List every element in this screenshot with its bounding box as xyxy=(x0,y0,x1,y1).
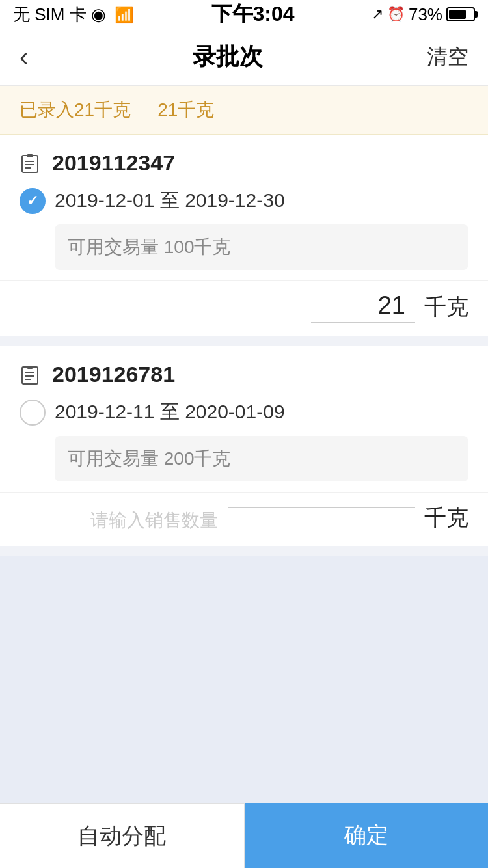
batch-1-available: 可用交易量 100千克 xyxy=(55,224,468,270)
batch-2-radio[interactable] xyxy=(20,400,46,426)
page-content: 2019112347 ✓ 2019-12-01 至 2019-12-30 可用交… xyxy=(0,135,488,868)
svg-rect-6 xyxy=(27,366,33,369)
svg-rect-1 xyxy=(27,154,33,157)
summary-value: 21千克 xyxy=(157,98,214,122)
batch-2-header: 2019126781 xyxy=(0,346,488,394)
batch-2-input-container[interactable] xyxy=(20,504,415,532)
wifi-icon: 📶 xyxy=(115,6,134,23)
batch-1-qty-input[interactable] xyxy=(311,292,415,319)
batch-1-id: 2019112347 xyxy=(52,150,175,176)
batch-2-date-row[interactable]: 2019-12-11 至 2020-01-09 xyxy=(0,394,488,431)
alarm-icon: ⏰ xyxy=(387,6,405,23)
battery-icon xyxy=(446,7,475,21)
summary-divider xyxy=(144,100,144,120)
batch-2-date: 2019-12-11 至 2020-01-09 xyxy=(55,399,285,426)
batch-2-available: 可用交易量 200千克 xyxy=(55,436,468,481)
batch-1-radio[interactable]: ✓ xyxy=(20,188,46,214)
batch-2-qty-row: 千克 xyxy=(0,492,488,546)
card-separator-2 xyxy=(0,546,488,556)
battery-fill xyxy=(449,10,466,19)
confirm-button[interactable]: 确定 xyxy=(245,803,489,868)
batch-2-id: 2019126781 xyxy=(52,362,175,387)
card-separator-1 xyxy=(0,336,488,346)
batch-2-unit: 千克 xyxy=(424,503,468,533)
batch-1-date: 2019-12-01 至 2019-12-30 xyxy=(55,187,285,214)
clear-button[interactable]: 清空 xyxy=(427,43,468,72)
status-right: ↗ ⏰ 73% xyxy=(372,5,475,25)
auto-distribute-button[interactable]: 自动分配 xyxy=(0,803,245,868)
status-time: 下午3:04 xyxy=(211,0,295,29)
batch-2-icon xyxy=(20,363,43,387)
back-button[interactable]: ‹ xyxy=(20,42,28,72)
batch-1-qty-row: 千克 xyxy=(0,280,488,336)
summary-bar: 已录入21千克 21千克 xyxy=(0,86,488,135)
batch-2-qty-input[interactable] xyxy=(20,504,228,532)
batch-card-2: 2019126781 2019-12-11 至 2020-01-09 可用交易量… xyxy=(0,346,488,546)
batch-card-1: 2019112347 ✓ 2019-12-01 至 2019-12-30 可用交… xyxy=(0,135,488,336)
batch-1-date-row[interactable]: ✓ 2019-12-01 至 2019-12-30 xyxy=(0,182,488,219)
nav-bar: ‹ 录批次 清空 xyxy=(0,29,488,86)
batch-1-input-container[interactable] xyxy=(311,292,415,323)
location-icon: ↗ xyxy=(372,6,383,23)
battery-percent: 73% xyxy=(409,5,442,25)
sim-label: 无 SIM 卡 ◉ xyxy=(13,5,106,24)
bottom-bar: 自动分配 确定 xyxy=(0,803,488,868)
batch-1-available-text: 可用交易量 100千克 xyxy=(68,237,231,257)
bottom-spacer xyxy=(0,556,488,830)
page-title: 录批次 xyxy=(193,41,263,73)
status-bar: 无 SIM 卡 ◉ 📶 下午3:04 ↗ ⏰ 73% xyxy=(0,0,488,29)
status-left: 无 SIM 卡 ◉ 📶 xyxy=(13,3,134,26)
summary-label: 已录入21千克 xyxy=(20,98,131,122)
batch-1-unit: 千克 xyxy=(424,292,468,322)
batch-1-icon xyxy=(20,152,43,175)
batch-2-available-text: 可用交易量 200千克 xyxy=(68,448,231,468)
batch-1-header: 2019112347 xyxy=(0,135,488,182)
batch-1-checkmark: ✓ xyxy=(27,193,38,210)
